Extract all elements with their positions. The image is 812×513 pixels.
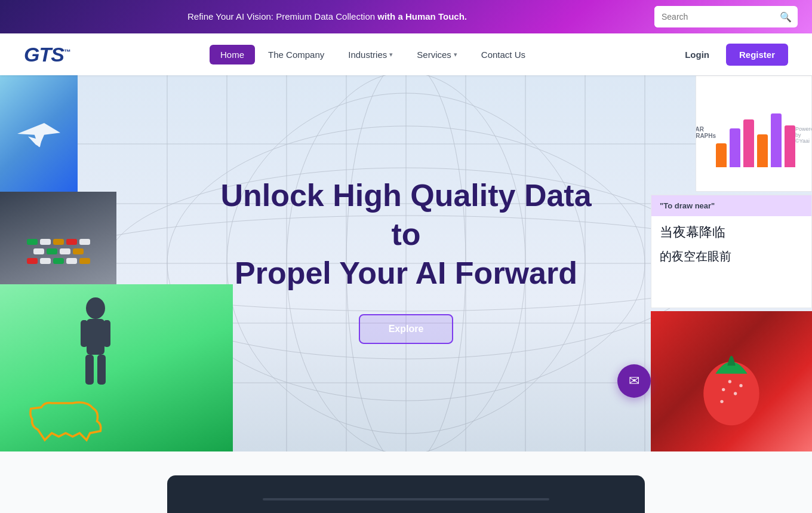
bar-2 bbox=[730, 128, 740, 167]
hero-title: Unlock High Quality Data to Propel Your … bbox=[203, 176, 609, 293]
svg-rect-21 bbox=[87, 319, 104, 355]
chart-title: BAR GRAPHs bbox=[696, 126, 716, 139]
chart-image: BAR GRAPHs Powered by ©Yaai bbox=[696, 75, 812, 192]
car bbox=[53, 239, 64, 245]
search-button[interactable]: 🔍 bbox=[774, 6, 798, 27]
nav-links: Home The Company Industries ▾ Services ▾… bbox=[210, 45, 536, 64]
translation-chinese: 当夜幕降临 bbox=[651, 216, 734, 248]
strawberry-image bbox=[651, 311, 812, 451]
laptop-screen-placeholder bbox=[263, 498, 549, 500]
bar-1 bbox=[716, 143, 727, 167]
search-input[interactable] bbox=[654, 6, 774, 27]
hero-section: BAR GRAPHs Powered by ©Yaai "To draw nea… bbox=[0, 75, 812, 451]
person-dog-image bbox=[0, 284, 233, 451]
svg-rect-23 bbox=[103, 320, 110, 347]
svg-point-32 bbox=[720, 400, 723, 403]
bar-3 bbox=[743, 119, 754, 167]
nav-services[interactable]: Services ▾ bbox=[406, 45, 468, 64]
dog-outline-icon bbox=[24, 386, 107, 446]
nav-contact[interactable]: Contact Us bbox=[470, 45, 536, 64]
car-row-2 bbox=[33, 248, 84, 254]
strawberry-icon bbox=[684, 334, 779, 429]
nav-company[interactable]: The Company bbox=[257, 45, 335, 64]
car bbox=[79, 258, 90, 264]
car bbox=[27, 258, 38, 264]
hero-center: Unlock High Quality Data to Propel Your … bbox=[203, 176, 609, 344]
nav-auth: Login Register bbox=[675, 44, 788, 66]
login-button[interactable]: Login bbox=[675, 45, 719, 64]
car bbox=[66, 258, 77, 264]
bar-6 bbox=[785, 125, 795, 167]
services-chevron-icon: ▾ bbox=[454, 51, 457, 59]
translation-chinese2: 的夜空在眼前 bbox=[651, 248, 740, 265]
car bbox=[60, 248, 70, 254]
svg-point-31 bbox=[739, 384, 742, 387]
car bbox=[33, 248, 44, 254]
navbar: GTS™ Home The Company Industries ▾ Servi… bbox=[0, 33, 812, 75]
logo-text: GTS bbox=[24, 43, 64, 66]
car-row-1 bbox=[27, 239, 90, 245]
svg-rect-24 bbox=[85, 355, 94, 385]
search-container: 🔍 bbox=[654, 6, 798, 27]
translation-english: "To draw near" bbox=[651, 195, 811, 216]
car bbox=[53, 258, 64, 264]
svg-rect-25 bbox=[97, 355, 106, 385]
svg-point-29 bbox=[734, 392, 737, 395]
chat-bubble-button[interactable]: ✉ bbox=[617, 364, 651, 398]
search-icon: 🔍 bbox=[780, 11, 792, 23]
car bbox=[47, 248, 57, 254]
car bbox=[40, 239, 51, 245]
register-button[interactable]: Register bbox=[726, 44, 788, 66]
car bbox=[27, 239, 38, 245]
plane-image bbox=[0, 75, 78, 192]
svg-point-20 bbox=[86, 297, 105, 319]
car bbox=[40, 258, 51, 264]
top-banner: Refine Your AI Vision: Premium Data Coll… bbox=[0, 0, 812, 33]
nav-home[interactable]: Home bbox=[210, 45, 255, 64]
plane-icon bbox=[12, 116, 66, 152]
svg-rect-22 bbox=[81, 320, 88, 347]
svg-point-28 bbox=[722, 388, 725, 391]
svg-point-30 bbox=[728, 380, 731, 383]
nav-industries[interactable]: Industries ▾ bbox=[337, 45, 404, 64]
bar-5 bbox=[771, 113, 782, 167]
car bbox=[73, 248, 84, 254]
explore-button[interactable]: Explore bbox=[359, 314, 454, 344]
car bbox=[79, 239, 90, 245]
car bbox=[66, 239, 77, 245]
logo-trademark: ™ bbox=[64, 47, 70, 56]
laptop-preview bbox=[167, 475, 645, 513]
chat-icon: ✉ bbox=[629, 373, 639, 389]
below-hero-section bbox=[0, 451, 812, 513]
car-row-3 bbox=[27, 258, 90, 264]
industries-chevron-icon: ▾ bbox=[389, 51, 393, 59]
chart-label: Powered by ©Yaai bbox=[795, 126, 812, 144]
translation-image: "To draw near" 当夜幕降临 的夜空在眼前 bbox=[651, 195, 812, 308]
bar-4 bbox=[757, 134, 768, 167]
logo[interactable]: GTS™ bbox=[24, 43, 70, 66]
banner-text: Refine Your AI Vision: Premium Data Coll… bbox=[187, 11, 467, 21]
